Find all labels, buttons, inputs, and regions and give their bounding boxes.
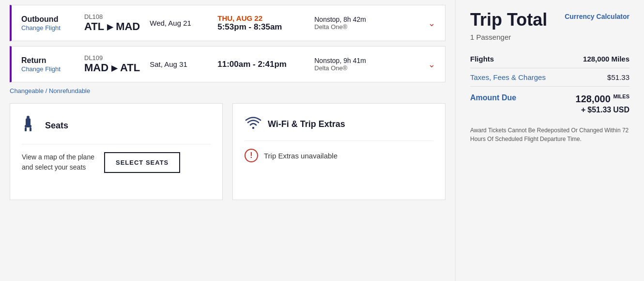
amount-due-usd: + $51.33 USD (576, 106, 629, 114)
return-destination: ATL (120, 62, 140, 74)
right-panel: Currency Calculator Trip Total 1 Passeng… (455, 0, 644, 281)
seats-card-header: Seats (22, 115, 211, 144)
outbound-cabin: Delta One® (314, 23, 418, 31)
seats-description: View a map of the plane and select your … (22, 152, 94, 172)
return-origin: MAD (84, 62, 108, 74)
return-time: 11:00am - 2:41pm (217, 60, 305, 69)
outbound-origin: ATL (84, 20, 104, 33)
outbound-type-col: Outbound Change Flight (21, 15, 75, 31)
plus-sign: + (581, 106, 585, 114)
trip-total-header: Currency Calculator Trip Total (470, 10, 629, 31)
warning-icon: ! (245, 149, 258, 162)
flights-miles: 128,000 Miles (583, 55, 629, 63)
passenger-count: 1 Passenger (470, 33, 629, 41)
amount-due-row: Amount Due 128,000 MILES + $51.33 USD (470, 87, 629, 119)
svg-rect-0 (26, 118, 31, 126)
outbound-flight-card: Outbound Change Flight DL108 ATL ▶ MAD W… (10, 5, 445, 41)
currency-calculator-link[interactable]: Currency Calculator (565, 13, 629, 20)
seats-card-body: View a map of the plane and select your … (22, 152, 211, 173)
svg-point-4 (27, 116, 30, 119)
wifi-card-title: Wi-Fi & Trip Extras (268, 119, 345, 129)
return-flight-number: DL109 (84, 54, 140, 62)
wifi-extras-card: Wi-Fi & Trip Extras ! Trip Extras unavai… (232, 103, 445, 200)
return-number-col: DL109 MAD ▶ ATL (84, 54, 140, 74)
return-change-flight-link[interactable]: Change Flight (21, 65, 61, 73)
flights-cost-row: Flights 128,000 Miles (470, 50, 629, 68)
return-route-arrow: ▶ (111, 63, 117, 73)
outbound-type-label: Outbound (21, 15, 75, 24)
extras-row: Seats View a map of the plane and select… (10, 103, 445, 200)
taxes-row: Taxes, Fees & Charges $51.33 (470, 68, 629, 87)
amount-due-value: 128,000 MILES + $51.33 USD (576, 94, 629, 114)
taxes-value: $51.33 (607, 73, 629, 81)
outbound-arrival-date: THU, AUG 22 (217, 14, 305, 22)
return-time-col: 11:00am - 2:41pm (217, 60, 305, 69)
usd-suffix: USD (613, 106, 629, 114)
svg-rect-3 (30, 127, 31, 131)
outbound-departure-date: Wed, Aug 21 (150, 19, 208, 27)
outbound-time: 5:53pm - 8:35am (217, 22, 305, 32)
outbound-nonstop: Nonstop, 8h 42m (314, 16, 418, 23)
outbound-route-arrow: ▶ (107, 22, 113, 31)
return-info-col: Nonstop, 9h 41m Delta One® (314, 57, 418, 72)
award-notice: Award Tickets Cannot Be Redeposited Or C… (470, 126, 629, 143)
outbound-chevron-down-icon[interactable]: ⌄ (428, 18, 435, 28)
outbound-flight-number: DL108 (84, 13, 140, 20)
outbound-number-col: DL108 ATL ▶ MAD (84, 13, 140, 33)
svg-rect-1 (25, 125, 31, 127)
miles-number: 128,000 (576, 94, 611, 104)
outbound-route: ATL ▶ MAD (84, 20, 140, 33)
wifi-icon (245, 115, 262, 133)
outbound-time-col: THU, AUG 22 5:53pm - 8:35am (217, 14, 305, 32)
return-route: MAD ▶ ATL (84, 62, 140, 74)
seats-card: Seats View a map of the plane and select… (10, 103, 223, 200)
unavailable-text: Trip Extras unavailable (264, 152, 337, 160)
return-nonstop: Nonstop, 9h 41m (314, 57, 418, 64)
svg-rect-2 (25, 127, 27, 131)
return-flight-card: Return Change Flight DL109 MAD ▶ ATL Sat… (10, 46, 445, 82)
flights-label: Flights (470, 55, 494, 63)
return-type-label: Return (21, 56, 75, 65)
return-chevron-down-icon[interactable]: ⌄ (428, 60, 435, 69)
amount-due-label: Amount Due (470, 94, 516, 102)
seat-icon (22, 115, 39, 136)
return-chevron-col[interactable]: ⌄ (428, 59, 435, 70)
return-departure-date: Sat, Aug 31 (150, 60, 208, 68)
return-type-col: Return Change Flight (21, 56, 75, 73)
outbound-chevron-col[interactable]: ⌄ (428, 18, 435, 29)
select-seats-button[interactable]: SELECT SEATS (104, 152, 180, 173)
changeable-notice[interactable]: Changeable / Nonrefundable (10, 87, 445, 94)
seats-card-title: Seats (45, 121, 68, 131)
outbound-info-col: Nonstop, 8h 42m Delta One® (314, 16, 418, 31)
taxes-label: Taxes, Fees & Charges (470, 73, 546, 81)
svg-point-5 (252, 127, 254, 129)
outbound-change-flight-link[interactable]: Change Flight (21, 24, 61, 31)
miles-suffix: MILES (613, 94, 629, 99)
outbound-destination: MAD (116, 20, 140, 33)
trip-extras-body: ! Trip Extras unavailable (245, 149, 433, 162)
amount-due-miles: 128,000 MILES (576, 94, 629, 105)
wifi-card-header: Wi-Fi & Trip Extras (245, 115, 433, 141)
dollar-amount: $51.33 (587, 106, 611, 114)
return-cabin: Delta One® (314, 64, 418, 72)
